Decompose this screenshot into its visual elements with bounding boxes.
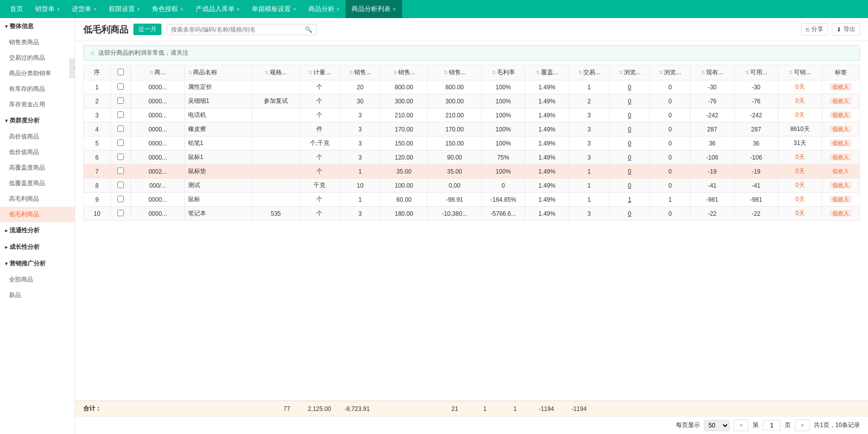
- cell-coverage: 1.49%: [525, 207, 569, 221]
- sidebar-collapse-button[interactable]: 《: [69, 58, 75, 78]
- nav-permission-setting[interactable]: 权限设置 ×: [103, 0, 146, 18]
- sidebar-item-high-coverage[interactable]: 高覆盖度商品: [0, 160, 75, 176]
- row-checkbox[interactable]: [117, 168, 124, 174]
- browse1-link[interactable]: 0: [628, 126, 631, 133]
- close-icon[interactable]: ×: [393, 6, 396, 12]
- browse1-link[interactable]: 1: [628, 196, 631, 203]
- tag-badge: 低收入: [830, 83, 851, 90]
- cell-unit: 个: [299, 94, 340, 108]
- close-icon[interactable]: ×: [137, 6, 140, 12]
- col-header-code: ⇅商...: [131, 65, 185, 80]
- browse1-link[interactable]: 0: [628, 98, 631, 105]
- cell-code: 0000...: [131, 193, 185, 207]
- close-icon[interactable]: ×: [293, 6, 296, 12]
- row-checkbox[interactable]: [117, 97, 124, 104]
- sidebar-item-high-margin[interactable]: 高毛利商品: [0, 191, 75, 207]
- select-all-checkbox[interactable]: [117, 69, 124, 75]
- cell-spec: [252, 136, 299, 151]
- table-row: 3 0000... 电话机 个 3 210.00 210.00 100% 1.4…: [84, 108, 860, 122]
- cell-code: 0000...: [131, 207, 185, 221]
- cell-seq: 9: [84, 193, 111, 207]
- sidebar-section-cluster[interactable]: ▾ 类群度分析: [0, 112, 75, 129]
- cell-sale-profit: 170.00: [428, 122, 482, 136]
- row-checkbox[interactable]: [117, 210, 124, 216]
- sidebar-item-low-value[interactable]: 低价值商品: [0, 144, 75, 160]
- cell-spec: [252, 108, 299, 122]
- cell-check: [110, 136, 130, 151]
- browse1-link[interactable]: 0: [628, 84, 631, 91]
- nav-product-inbound[interactable]: 产成品入库单 ×: [190, 0, 246, 18]
- browse1-link[interactable]: 0: [628, 168, 631, 175]
- sidebar-item-high-value[interactable]: 高价值商品: [0, 129, 75, 144]
- cell-sale-profit: -98.91: [428, 193, 482, 207]
- row-checkbox[interactable]: [117, 182, 124, 188]
- sidebar-item-low-coverage[interactable]: 低覆盖度商品: [0, 176, 75, 191]
- sidebar-section-growth[interactable]: ▸ 成长性分析: [0, 239, 75, 255]
- nav-product-analysis[interactable]: 商品分析 ×: [302, 0, 345, 18]
- page-size-label: 每页显示: [676, 421, 700, 429]
- total-info: 共1页，10条记录: [814, 421, 860, 429]
- sidebar-item-stocked-goods[interactable]: 有库存的商品: [0, 81, 75, 97]
- cell-saleable: 0天: [778, 207, 822, 221]
- nav-template-setting[interactable]: 单据模板设置 ×: [246, 0, 302, 18]
- cell-tag: 低收入: [822, 207, 860, 221]
- prev-page-button[interactable]: ＜: [734, 419, 749, 431]
- table-wrapper: 序 ⇅商... ⇅商品名称 ⇅规格... ⇅计量... ⇅销售... ⇅销售..…: [75, 65, 868, 400]
- browse1-link[interactable]: 0: [628, 210, 631, 217]
- nav-product-analysis-list[interactable]: 商品分析列表 ×: [345, 0, 402, 18]
- close-icon[interactable]: ×: [180, 6, 183, 12]
- tag-badge: 低收入: [830, 154, 851, 161]
- filter-button[interactable]: 近一月: [133, 24, 161, 35]
- browse1-link[interactable]: 0: [628, 112, 631, 119]
- col-header-sale-qty: ⇅销售...: [340, 65, 381, 80]
- cell-browse2: 1: [650, 193, 690, 207]
- next-page-button[interactable]: ＞: [795, 419, 810, 431]
- row-checkbox[interactable]: [117, 125, 124, 132]
- browse1-link[interactable]: 0: [628, 182, 631, 189]
- row-checkbox[interactable]: [117, 139, 124, 146]
- close-icon[interactable]: ×: [237, 6, 240, 12]
- row-checkbox[interactable]: [117, 154, 124, 160]
- sidebar-item-category-rate[interactable]: 商品分类助销率: [0, 66, 75, 81]
- nav-purchase-order[interactable]: 进货单 ×: [66, 0, 102, 18]
- cell-saleable: 0天: [778, 193, 822, 207]
- sidebar-section-marketing[interactable]: ▾ 营销推广分析: [0, 255, 75, 272]
- sidebar-item-inventory-capital[interactable]: 库存资金占用: [0, 97, 75, 112]
- cell-coverage: 1.49%: [525, 108, 569, 122]
- cell-browse2: 0: [650, 80, 690, 94]
- page-number-input[interactable]: [763, 420, 781, 430]
- nav-home[interactable]: 首页: [4, 0, 29, 18]
- browse1-link[interactable]: 0: [628, 154, 631, 161]
- sidebar-item-sales-goods[interactable]: 销售类商品: [0, 35, 75, 50]
- page-size-select[interactable]: 50 100 200: [704, 420, 730, 431]
- sidebar-item-new-goods[interactable]: 新品: [0, 287, 75, 303]
- close-icon[interactable]: ×: [57, 6, 60, 12]
- sidebar-item-low-margin[interactable]: 低毛利商品: [0, 207, 75, 222]
- cell-spec: [252, 151, 299, 165]
- cell-trade: 2: [569, 94, 609, 108]
- browse1-link[interactable]: 0: [628, 140, 631, 147]
- cell-trade: 3: [569, 207, 609, 221]
- sidebar-item-traded-goods[interactable]: 交易过的商品: [0, 50, 75, 66]
- sidebar-item-all-goods[interactable]: 全部商品: [0, 272, 75, 287]
- cell-saleable: 31天: [778, 136, 822, 151]
- nav-sales-order[interactable]: 销货单 ×: [29, 0, 66, 18]
- row-checkbox[interactable]: [117, 196, 124, 202]
- row-checkbox[interactable]: [117, 111, 124, 118]
- close-icon[interactable]: ×: [336, 6, 339, 12]
- close-icon[interactable]: ×: [93, 6, 96, 12]
- cell-sale-price: 180.00: [381, 207, 428, 221]
- col-header-tag: 标签: [822, 65, 860, 80]
- sidebar-section-liquidity[interactable]: ▸ 流通性分析: [0, 222, 75, 239]
- table-row: 5 0000... 铅笔1 个,千克 3 150.00 150.00 100% …: [84, 136, 860, 151]
- cell-browse2: 0: [650, 94, 690, 108]
- search-icon[interactable]: 🔍: [305, 26, 312, 33]
- sidebar-section-overall[interactable]: ▾ 整体信息: [0, 18, 75, 35]
- export-button[interactable]: ⬇ 导出: [832, 23, 860, 36]
- tag-badge: 低收入: [830, 111, 851, 118]
- share-button[interactable]: ⎋ 分享: [801, 23, 828, 36]
- search-input[interactable]: [171, 26, 303, 33]
- nav-role-auth[interactable]: 角色授权 ×: [146, 0, 189, 18]
- row-checkbox[interactable]: [117, 83, 124, 90]
- cell-browse1: 0: [609, 108, 650, 122]
